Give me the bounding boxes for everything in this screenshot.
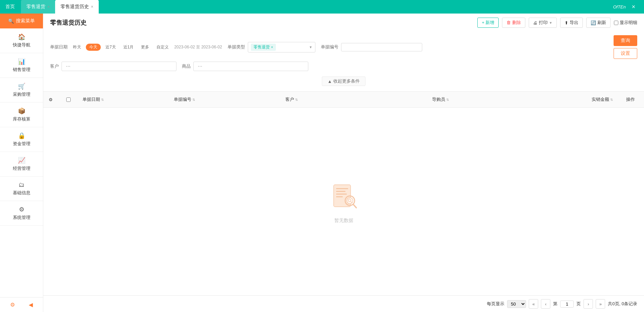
sidebar-bottom: ⚙ ◀ xyxy=(0,297,43,312)
sidebar-item-purchase-label: 采购管理 xyxy=(13,91,30,97)
empty-illustration xyxy=(327,180,361,214)
table-area: ⚙ 单据日期 ⇅ 单据编号 ⇅ 客户 ⇅ 导购员 xyxy=(43,91,644,312)
voucher-type-dropdown-icon: ▼ xyxy=(309,45,312,49)
pagination: 每页显示 50 10 20 100 « ‹ 第 页 › » 共0页, 0条记录 xyxy=(43,295,644,312)
delete-button[interactable]: 🗑 删除 xyxy=(502,18,525,28)
settings-button[interactable]: 设置 xyxy=(614,48,637,59)
sidebar-item-inventory[interactable]: 📦 库存核算 xyxy=(0,103,43,127)
th-num-sort-icon: ⇅ xyxy=(192,98,195,102)
svg-rect-2 xyxy=(336,191,345,192)
table-header: ⚙ 单据日期 ⇅ 单据编号 ⇅ 客户 ⇅ 导购员 xyxy=(43,91,644,108)
filter-collapse-row: ▲ 收起更多条件 xyxy=(50,74,637,89)
first-page-button[interactable]: « xyxy=(529,299,538,309)
sidebar-item-inventory-label: 库存核算 xyxy=(13,116,30,122)
action-buttons: 查询 设置 xyxy=(614,35,637,59)
tab-retail-return-history-close[interactable]: × xyxy=(91,4,93,9)
sidebar-item-finance-label: 资金管理 xyxy=(13,141,30,147)
th-num[interactable]: 单据编号 ⇅ xyxy=(170,94,282,105)
sidebar-collapse-button[interactable]: ◀ xyxy=(29,302,33,308)
tab-home-label: 首页 xyxy=(5,4,15,10)
new-button[interactable]: + 新增 xyxy=(477,18,499,28)
date-btn-custom[interactable]: 自定义 xyxy=(154,44,171,51)
sidebar-menu: 🏠 快捷导航 📊 销售管理 🛒 采购管理 📦 库存核算 🔒 资金管理 📈 xyxy=(0,28,43,297)
th-date-sort-icon: ⇅ xyxy=(101,98,104,102)
customer-select[interactable]: ··· xyxy=(62,62,176,71)
collapse-label: 收起更多条件 xyxy=(333,78,360,84)
voucher-num-input[interactable] xyxy=(341,43,422,51)
sidebar-item-quick-nav[interactable]: 🏠 快捷导航 xyxy=(0,28,43,53)
filter-row-1: 单据日期 昨天 今天 近7天 近1月 更多 自定义 2023-06-02 至 2… xyxy=(50,35,637,59)
svg-rect-3 xyxy=(336,194,347,195)
window-close-button[interactable]: × xyxy=(628,2,639,12)
show-detail-toggle[interactable]: 显示明细 xyxy=(614,20,637,26)
show-detail-checkbox-input[interactable] xyxy=(614,21,618,25)
voucher-type-tag-text: 零售退货 xyxy=(254,44,270,50)
th-customer[interactable]: 客户 ⇅ xyxy=(281,94,428,105)
date-filter-options: 昨天 今天 近7天 近1月 更多 自定义 xyxy=(70,44,171,51)
voucher-type-tag-close[interactable]: × xyxy=(271,45,273,49)
show-detail-label: 显示明细 xyxy=(620,20,637,26)
voucher-type-tag: 零售退货 × xyxy=(251,44,276,51)
select-all-checkbox[interactable] xyxy=(66,97,71,102)
tab-retail-return-close[interactable]: × xyxy=(47,4,50,9)
tab-retail-return-history[interactable]: 零售退货历史 × xyxy=(55,0,99,14)
system-icon: ⚙ xyxy=(19,206,24,213)
refresh-button[interactable]: 🔄 刷新 xyxy=(586,18,611,28)
export-button[interactable]: ⬆ 导出 xyxy=(560,18,583,28)
th-checkbox[interactable] xyxy=(58,95,78,104)
last-page-button[interactable]: » xyxy=(596,299,605,309)
sidebar-item-basic-info[interactable]: 🗂 基础信息 xyxy=(0,177,43,201)
date-btn-1month[interactable]: 近1月 xyxy=(121,44,137,51)
finance-icon: 🔒 xyxy=(18,132,25,139)
sidebar-item-finance[interactable]: 🔒 资金管理 xyxy=(0,127,43,152)
export-icon: ⬆ xyxy=(565,20,568,25)
th-guide[interactable]: 导购员 ⇅ xyxy=(428,94,540,105)
sales-icon: 📊 xyxy=(18,58,25,65)
page-number-input[interactable] xyxy=(560,300,574,308)
sidebar-gear-button[interactable]: ⚙ xyxy=(10,302,15,308)
sidebar-item-sales[interactable]: 📊 销售管理 xyxy=(0,53,43,78)
sidebar-item-operations[interactable]: 📈 经营管理 xyxy=(0,152,43,177)
th-date-label: 单据日期 xyxy=(82,96,100,103)
per-page-select[interactable]: 50 10 20 100 xyxy=(507,300,526,308)
date-btn-more[interactable]: 更多 xyxy=(138,44,152,51)
often-label: OfTEn xyxy=(613,4,626,9)
sidebar-item-system[interactable]: ⚙ 系统管理 xyxy=(0,201,43,226)
page-unit: 页 xyxy=(576,301,581,307)
th-settings[interactable]: ⚙ xyxy=(43,95,58,104)
customer-ellipsis: ··· xyxy=(65,63,72,69)
operations-icon: 📈 xyxy=(18,157,25,164)
th-num-label: 单据编号 xyxy=(174,96,191,103)
inventory-icon: 📦 xyxy=(18,107,25,115)
sidebar-item-purchase[interactable]: 🛒 采购管理 xyxy=(0,78,43,103)
total-label: 共0页, 0条记录 xyxy=(608,301,637,307)
date-btn-yesterday[interactable]: 昨天 xyxy=(70,44,84,51)
sidebar-item-basic-info-label: 基础信息 xyxy=(13,190,30,196)
prev-page-button[interactable]: ‹ xyxy=(541,299,550,309)
filter-row-2: 客户 ··· 商品 ··· xyxy=(50,62,637,71)
sidebar-item-system-label: 系统管理 xyxy=(13,215,30,221)
svg-rect-4 xyxy=(336,196,343,197)
page-label: 第 xyxy=(553,301,557,307)
content-area: 零售退货历史 + 新增 🗑 删除 🖨 🖨 打印 打印 ▼ ⬆ 导出 xyxy=(43,14,644,312)
settings-icon: ⚙ xyxy=(49,97,53,102)
sidebar-search[interactable]: 🔍 搜索菜单 xyxy=(0,14,43,28)
date-btn-today[interactable]: 今天 xyxy=(86,44,101,51)
goods-select[interactable]: ··· xyxy=(193,62,308,71)
date-filter-label: 单据日期 xyxy=(50,44,68,50)
purchase-icon: 🛒 xyxy=(18,83,25,90)
date-btn-7days[interactable]: 近7天 xyxy=(103,44,119,51)
th-date[interactable]: 单据日期 ⇅ xyxy=(78,94,170,105)
voucher-type-select[interactable]: 零售退货 × ▼ xyxy=(248,42,315,52)
tab-home[interactable]: 首页 xyxy=(0,0,20,14)
goods-filter: 商品 ··· xyxy=(182,62,308,71)
tab-retail-return[interactable]: 零售退货 × xyxy=(21,0,55,14)
th-amount[interactable]: 实销金额 ⇅ xyxy=(540,94,617,105)
print-button[interactable]: 🖨 🖨 打印 打印 ▼ xyxy=(529,18,557,28)
tab-retail-return-history-label: 零售退货历史 xyxy=(61,4,89,10)
next-page-button[interactable]: › xyxy=(583,299,593,309)
goods-label: 商品 xyxy=(182,63,191,69)
collapse-filter-button[interactable]: ▲ 收起更多条件 xyxy=(322,76,365,86)
filter-area: 单据日期 昨天 今天 近7天 近1月 更多 自定义 2023-06-02 至 2… xyxy=(50,32,637,91)
query-button[interactable]: 查询 xyxy=(614,35,637,46)
